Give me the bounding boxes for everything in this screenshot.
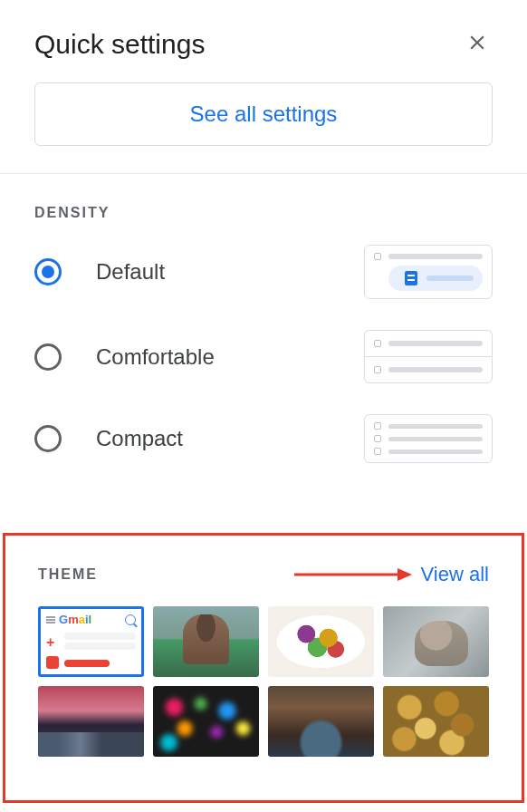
theme-tile-gmail-default[interactable]: Gmail + [38,606,144,677]
theme-tile-bokeh-lights[interactable] [153,686,259,757]
density-preview-comfortable [364,330,493,383]
density-preview-default [364,245,493,299]
annotation-arrow [152,566,412,583]
density-option-compact[interactable]: Compact [34,414,493,463]
close-button[interactable] [462,27,493,61]
density-option-default[interactable]: Default [34,245,493,299]
density-label: Default [96,259,364,285]
theme-tile-autumn-leaves[interactable] [383,686,489,757]
arrow-right-icon [294,566,412,583]
divider [0,173,527,174]
radio-selected-icon[interactable] [34,258,62,285]
density-option-comfortable[interactable]: Comfortable [34,330,493,383]
annotation-highlight-box: THEME View all Gmail + [3,533,524,803]
svg-marker-1 [398,568,412,581]
view-all-link[interactable]: View all [421,563,489,586]
theme-section-label: THEME [38,566,98,583]
theme-tile-salad-bowl[interactable] [268,606,374,677]
density-preview-compact [364,414,493,463]
theme-tile-sunset-water[interactable] [38,686,144,757]
radio-unselected-icon[interactable] [34,425,62,452]
theme-tile-portrait-photo[interactable] [153,606,259,677]
see-all-settings-button[interactable]: See all settings [34,82,493,146]
density-label: Comfortable [96,344,364,370]
density-section-label: DENSITY [34,205,493,221]
density-label: Compact [96,426,364,451]
close-icon [465,31,489,54]
theme-tile-snow-monkey[interactable] [383,606,489,677]
radio-unselected-icon[interactable] [34,343,62,371]
theme-tile-canyon[interactable] [268,686,374,757]
panel-title: Quick settings [34,29,205,60]
